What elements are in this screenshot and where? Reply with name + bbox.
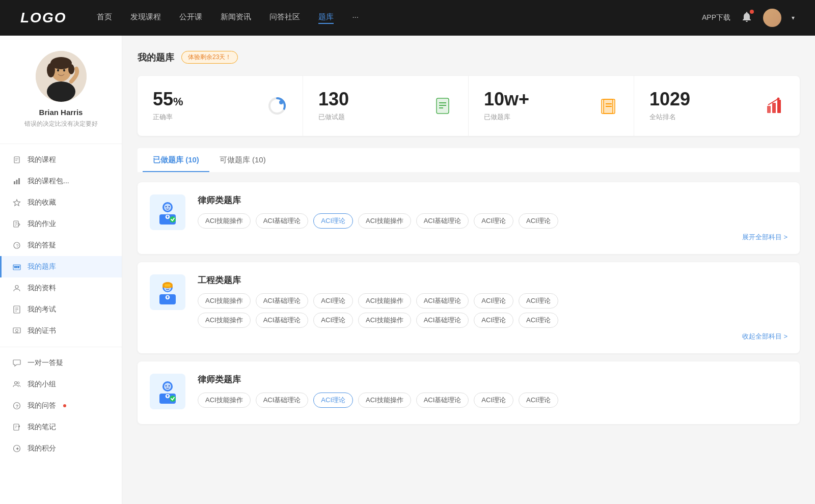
tag[interactable]: ACI技能操作 xyxy=(358,313,411,328)
tag[interactable]: ACI基础理论 xyxy=(256,213,309,229)
svg-point-62 xyxy=(170,216,176,222)
svg-point-40 xyxy=(279,100,283,104)
sidebar-item-my-package[interactable]: 我的课程包... xyxy=(0,171,122,192)
notification-bell[interactable] xyxy=(741,11,753,25)
tag[interactable]: ACI理论 xyxy=(313,293,353,309)
svg-rect-13 xyxy=(18,178,20,184)
svg-point-74 xyxy=(164,383,171,390)
tag[interactable]: ACI基础理论 xyxy=(416,293,469,309)
stat-label-questions: 已做试题 xyxy=(318,113,424,122)
tag[interactable]: ACI技能操作 xyxy=(198,293,251,309)
svg-point-4 xyxy=(47,63,55,77)
svg-point-31 xyxy=(17,382,19,384)
tag[interactable]: ACI基础理论 xyxy=(416,393,469,408)
qbank-header: 我的题库 体验剩余23天！ xyxy=(138,51,800,64)
tag-active[interactable]: ACI理论 xyxy=(313,393,353,408)
svg-point-1 xyxy=(47,81,75,102)
stat-banks: 10w+ 已做题库 xyxy=(469,76,634,136)
tag[interactable]: ACI理论 xyxy=(313,313,353,328)
points-icon: ✦ xyxy=(12,444,21,453)
chat-icon xyxy=(12,358,21,368)
svg-point-7 xyxy=(63,69,65,72)
tab-done[interactable]: 已做题库 (10) xyxy=(143,148,209,172)
nav-qa[interactable]: 问答社区 xyxy=(269,12,300,24)
expand-link-lawyer-1[interactable]: 展开全部科目 > xyxy=(198,233,787,242)
sidebar-item-my-cert[interactable]: 我的证书 xyxy=(0,320,122,342)
sidebar-item-my-exam[interactable]: 我的考试 xyxy=(0,299,122,320)
svg-point-78 xyxy=(170,396,176,402)
questions-doc-icon xyxy=(432,96,453,116)
tag[interactable]: ACI基础理论 xyxy=(256,393,309,408)
star-icon xyxy=(12,198,21,207)
nav-more[interactable]: ··· xyxy=(352,12,359,24)
engineer-icon-1 xyxy=(150,274,185,310)
sidebar-item-my-profile[interactable]: 我的资料 xyxy=(0,277,122,299)
sidebar-profile: Brian Harris 错误的决定比没有决定要好 xyxy=(0,36,122,138)
profile-name: Brian Harris xyxy=(39,108,83,117)
tag[interactable]: ACI基础理论 xyxy=(416,213,469,229)
tags-row-engineer-1b: ACI技能操作 ACI基础理论 ACI理论 ACI技能操作 ACI基础理论 AC… xyxy=(198,313,787,328)
nav-discover[interactable]: 发现课程 xyxy=(130,12,161,24)
tag[interactable]: ACI基础理论 xyxy=(416,313,469,328)
tag[interactable]: ACI技能操作 xyxy=(358,293,411,309)
nav-opencourse[interactable]: 公开课 xyxy=(179,12,202,24)
category-lawyer-2: 律师类题库 ACI技能操作 ACI基础理论 ACI理论 ACI技能操作 ACI基… xyxy=(138,361,800,424)
page-title: 我的题库 xyxy=(138,51,174,64)
sidebar-item-my-qa[interactable]: ? 我的答疑 xyxy=(0,235,122,256)
sidebar-item-my-homework[interactable]: 我的作业 xyxy=(0,213,122,235)
qa-icon: ? xyxy=(12,401,21,410)
sidebar-label: 我的课程 xyxy=(28,155,56,164)
tag[interactable]: ACI理论 xyxy=(474,393,513,408)
tag[interactable]: ACI技能操作 xyxy=(198,213,251,229)
logo: LOGO xyxy=(20,10,66,26)
stat-questions: 130 已做试题 xyxy=(303,76,469,136)
nav-news[interactable]: 新闻资讯 xyxy=(221,12,251,24)
sidebar-item-my-course[interactable]: 我的课程 xyxy=(0,149,122,171)
tag[interactable]: ACI理论 xyxy=(519,293,558,309)
sidebar-item-my-note[interactable]: 我的笔记 xyxy=(0,416,122,438)
tag[interactable]: ACI技能操作 xyxy=(198,393,251,408)
sidebar-divider-2 xyxy=(0,347,122,347)
svg-text:?: ? xyxy=(16,243,19,248)
tag[interactable]: ACI理论 xyxy=(519,213,558,229)
tag[interactable]: ACI理论 xyxy=(519,313,558,328)
stats-row: 55% 正确率 130 已做试题 xyxy=(138,76,800,136)
tag[interactable]: ACI技能操作 xyxy=(198,313,251,328)
tag[interactable]: ACI理论 xyxy=(474,213,513,229)
bell-dot xyxy=(750,10,754,14)
group-icon xyxy=(12,380,21,389)
avatar[interactable] xyxy=(763,9,781,27)
nav-home[interactable]: 首页 xyxy=(97,12,112,24)
navbar: LOGO 首页 发现课程 公开课 新闻资讯 问答社区 题库 ··· APP下载 … xyxy=(0,0,815,36)
bank-icon xyxy=(12,262,21,271)
tag-active[interactable]: ACI理论 xyxy=(313,213,353,229)
svg-point-5 xyxy=(68,64,74,74)
nav-bank[interactable]: 题库 xyxy=(318,12,334,24)
avatar-dropdown-chevron[interactable]: ▾ xyxy=(792,14,795,21)
tags-row-lawyer-2: ACI技能操作 ACI基础理论 ACI理论 ACI技能操作 ACI基础理论 AC… xyxy=(198,393,787,408)
tag[interactable]: ACI基础理论 xyxy=(256,293,309,309)
sidebar-label: 我的证书 xyxy=(28,326,56,335)
tag[interactable]: ACI理论 xyxy=(474,293,513,309)
tag[interactable]: ACI技能操作 xyxy=(358,393,411,408)
avatar-illustration xyxy=(36,51,87,102)
tag[interactable]: ACI理论 xyxy=(474,313,513,328)
tag[interactable]: ACI基础理论 xyxy=(256,313,309,328)
sidebar-item-my-bank[interactable]: 我的题库 xyxy=(0,256,122,277)
sidebar-item-my-favorite[interactable]: 我的收藏 xyxy=(0,192,122,213)
svg-point-29 xyxy=(16,329,18,332)
stat-label-accuracy: 正确率 xyxy=(153,113,259,122)
app-download-btn[interactable]: APP下载 xyxy=(702,13,730,22)
tags-row-engineer-1a: ACI技能操作 ACI基础理论 ACI理论 ACI技能操作 ACI基础理论 AC… xyxy=(198,293,787,309)
sidebar-item-my-group[interactable]: 我的小组 xyxy=(0,374,122,395)
category-name-lawyer-2: 律师类题库 xyxy=(198,374,787,385)
sidebar-item-my-points[interactable]: ✦ 我的积分 xyxy=(0,438,122,459)
sidebar-item-one-on-one[interactable]: 一对一答疑 xyxy=(0,352,122,374)
svg-rect-52 xyxy=(767,106,771,113)
collapse-link-engineer-1[interactable]: 收起全部科目 > xyxy=(198,332,787,341)
tag[interactable]: ACI技能操作 xyxy=(358,213,411,229)
stat-value-banks: 10w+ xyxy=(484,90,590,108)
sidebar-item-my-answer[interactable]: ? 我的问答 xyxy=(0,395,122,416)
tab-available[interactable]: 可做题库 (10) xyxy=(209,148,276,172)
tag[interactable]: ACI理论 xyxy=(519,393,558,408)
